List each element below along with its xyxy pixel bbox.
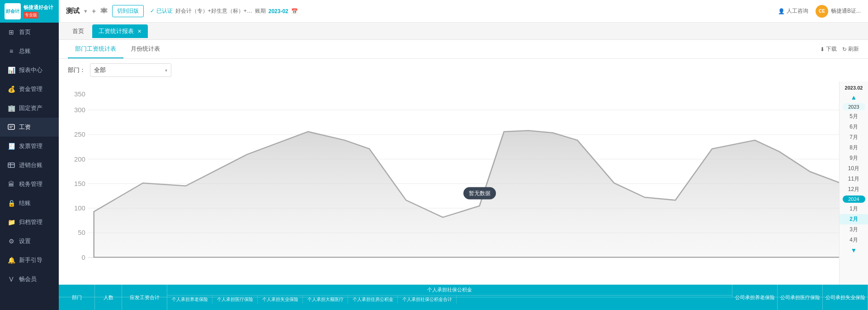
date-panel-down-icon[interactable]: ▼ bbox=[851, 245, 857, 255]
topbar-right: 👤 人工咨询 CE 畅捷通B证... bbox=[778, 5, 861, 18]
dept-filter-label: 部门： bbox=[68, 66, 85, 74]
svg-rect-0 bbox=[8, 124, 14, 129]
period-value: 2023-02 bbox=[269, 8, 288, 14]
sidebar-item-funds[interactable]: 💰 资金管理 bbox=[0, 80, 59, 99]
invoice-icon: 🧾 bbox=[7, 142, 15, 150]
sidebar-item-tax[interactable]: 🏛 税务管理 bbox=[0, 175, 59, 194]
sidebar-item-sales[interactable]: 进销台账 bbox=[0, 156, 59, 175]
main-content: 测试 ▾ + 切到旧版 ✓ 已认证 好会计（专）+好生意（标）+… 账期 202… bbox=[59, 0, 868, 310]
sidebar-nav: ⊞ 首页 ≡ 总账 📊 报表中心 💰 资金管理 🏢 固定资产 工资 🧾 发票管理 bbox=[0, 23, 59, 310]
th-group-header: 个人承担社保公积金 bbox=[167, 285, 732, 296]
th-company-pension: 公司承担养老保险 bbox=[732, 285, 778, 310]
account-status: ✓ 已认证 好会计（专）+好生意（标）+… 账期 2023-02 📅 bbox=[150, 7, 297, 15]
month-9[interactable]: 9月 bbox=[840, 153, 868, 163]
switch-version-button[interactable]: 切到旧版 bbox=[112, 5, 144, 17]
month-10[interactable]: 10月 bbox=[840, 163, 868, 174]
month-8[interactable]: 8月 bbox=[840, 143, 868, 153]
sidebar-item-archive[interactable]: 📁 归档管理 bbox=[0, 213, 59, 232]
sidebar-item-reports[interactable]: 📊 报表中心 bbox=[0, 61, 59, 80]
sidebar-item-invoice[interactable]: 🧾 发票管理 bbox=[0, 137, 59, 156]
sidebar-item-guide[interactable]: 🔔 新手引导 bbox=[0, 251, 59, 270]
month-1[interactable]: 1月 bbox=[840, 204, 868, 214]
th-personal-total: 个人承担社保公积金合计 bbox=[398, 296, 457, 304]
sidebar-item-settings[interactable]: ⚙ 设置 bbox=[0, 232, 59, 251]
date-panel-up-icon[interactable]: ▲ bbox=[851, 92, 857, 102]
calendar-icon[interactable]: 📅 bbox=[291, 8, 298, 14]
topbar: 测试 ▾ + 切到旧版 ✓ 已认证 好会计（专）+好生意（标）+… 账期 202… bbox=[59, 0, 868, 23]
month-5[interactable]: 5月 bbox=[840, 111, 868, 122]
month-7[interactable]: 7月 bbox=[840, 132, 868, 143]
chart-tooltip: 暂无数据 bbox=[463, 187, 496, 199]
sidebar-item-home[interactable]: ⊞ 首页 bbox=[0, 23, 59, 42]
tabs-bar: 首页 工资统计报表 ✕ bbox=[59, 23, 868, 40]
sidebar-item-assets[interactable]: 🏢 固定资产 bbox=[0, 99, 59, 118]
th-group-cols: 个人承担养老保险 个人承担医疗保险 个人承担失业保险 个人承担大额医疗 个人承担… bbox=[167, 296, 732, 304]
archive-icon: 📁 bbox=[7, 218, 15, 226]
settings-gear-icon[interactable] bbox=[100, 7, 108, 16]
sidebar-item-member[interactable]: V 畅会员 bbox=[0, 270, 59, 289]
sidebar-item-label: 首页 bbox=[19, 28, 31, 36]
th-company-unemployment: 公司承担失业保险 bbox=[823, 285, 868, 310]
th-group-personal: 个人承担社保公积金 个人承担养老保险 个人承担医疗保险 个人承担失业保险 个人承… bbox=[167, 285, 732, 297]
svg-text:0: 0 bbox=[81, 254, 85, 261]
tab-payroll-report[interactable]: 工资统计报表 ✕ bbox=[92, 24, 148, 38]
consultant-button[interactable]: 👤 人工咨询 bbox=[778, 7, 808, 15]
tab-home[interactable]: 首页 bbox=[66, 24, 90, 38]
th-personal-bigmedical: 个人承担大额医疗 bbox=[303, 296, 348, 304]
sidebar-item-label: 新手引导 bbox=[19, 256, 42, 264]
month-4[interactable]: 4月 bbox=[840, 235, 868, 245]
svg-text:50: 50 bbox=[78, 229, 85, 236]
sidebar-item-label: 报表中心 bbox=[19, 66, 42, 74]
month-2-active[interactable]: 2月 bbox=[840, 214, 868, 224]
sidebar-item-label: 结账 bbox=[19, 199, 31, 207]
assets-icon: 🏢 bbox=[7, 104, 15, 112]
svg-rect-3 bbox=[8, 163, 14, 167]
svg-text:250: 250 bbox=[74, 131, 85, 138]
sub-tab-actions: ⬇ 下载 ↻ 刷新 bbox=[820, 45, 859, 53]
th-personal-housing: 个人承担住房公积金 bbox=[348, 296, 398, 304]
refresh-button[interactable]: ↻ 刷新 bbox=[842, 45, 859, 53]
sidebar-item-ledger[interactable]: ≡ 总账 bbox=[0, 42, 59, 61]
svg-text:300: 300 bbox=[74, 107, 85, 114]
month-3[interactable]: 3月 bbox=[840, 224, 868, 235]
month-12[interactable]: 12月 bbox=[840, 184, 868, 195]
sub-tab-dept[interactable]: 部门工资统计表 bbox=[68, 40, 123, 58]
sales-icon bbox=[7, 161, 15, 169]
settings-icon: ⚙ bbox=[7, 237, 15, 245]
sidebar: 好会计 畅捷通好会计 专业版 ⊞ 首页 ≡ 总账 📊 报表中心 💰 资金管理 🏢… bbox=[0, 0, 59, 310]
th-count: 人数 bbox=[95, 285, 122, 310]
tab-close-icon[interactable]: ✕ bbox=[137, 29, 142, 34]
svg-text:100: 100 bbox=[74, 205, 85, 212]
month-6[interactable]: 6月 bbox=[840, 122, 868, 132]
year-2023[interactable]: 2023 bbox=[843, 103, 865, 110]
line-chart: 0 50 100 150 200 250 300 350 bbox=[63, 86, 859, 280]
download-button[interactable]: ⬇ 下载 bbox=[820, 45, 837, 53]
th-personal-pension: 个人承担养老保险 bbox=[167, 296, 212, 304]
sidebar-item-label: 固定资产 bbox=[19, 104, 42, 112]
user-profile[interactable]: CE 畅捷通B证... bbox=[816, 5, 861, 18]
logo-icon: 好会计 bbox=[5, 3, 21, 19]
sidebar-item-payroll[interactable]: 工资 bbox=[0, 118, 59, 137]
title-dropdown-icon[interactable]: ▾ bbox=[84, 8, 87, 14]
sidebar-item-close[interactable]: 🔒 结账 bbox=[0, 194, 59, 213]
th-total-salary: 应发工资合计 bbox=[122, 285, 167, 310]
funds-icon: 💰 bbox=[7, 85, 15, 93]
refresh-icon: ↻ bbox=[842, 46, 847, 52]
month-11[interactable]: 11月 bbox=[840, 174, 868, 184]
year-2024[interactable]: 2024 bbox=[843, 196, 865, 203]
reports-icon: 📊 bbox=[7, 66, 15, 74]
dept-filter-select[interactable]: 全部 ▾ bbox=[90, 63, 171, 77]
download-icon: ⬇ bbox=[820, 46, 825, 52]
th-company-medical: 公司承担医疗保险 bbox=[778, 285, 823, 310]
filter-bar: 部门： 全部 ▾ bbox=[59, 59, 868, 81]
avatar: CE bbox=[816, 5, 828, 18]
sidebar-item-label: 资金管理 bbox=[19, 85, 42, 93]
add-button[interactable]: + bbox=[92, 7, 96, 15]
page-title: 测试 bbox=[66, 7, 80, 15]
sidebar-item-label: 发票管理 bbox=[19, 142, 42, 150]
username-label: 畅捷通B证... bbox=[831, 7, 861, 15]
app-logo: 好会计 畅捷通好会计 专业版 bbox=[0, 0, 59, 23]
sidebar-item-label: 设置 bbox=[19, 237, 31, 245]
svg-text:350: 350 bbox=[74, 91, 85, 97]
sub-tab-monthly[interactable]: 月份统计表 bbox=[123, 40, 167, 58]
